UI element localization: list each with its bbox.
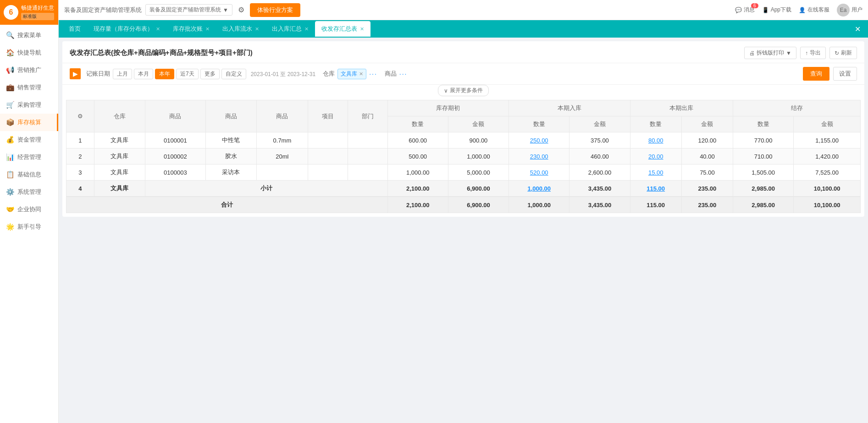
sidebar-item-assets[interactable]: 💰资金管理 [0, 131, 58, 148]
cell-out-qty[interactable]: 20.00 [630, 148, 681, 165]
search-icon: 🔍 [6, 31, 15, 39]
cell-in-qty[interactable]: 520.00 [509, 165, 569, 181]
cell-open-amt: 1,000.00 [448, 148, 509, 165]
online-service-item[interactable]: 👤 在线客服 [799, 6, 829, 14]
cell-out-qty[interactable]: 15.00 [630, 165, 681, 181]
main-area: 装备及固定资产辅助管理系统 装备及固定资产辅助管理系统 ▼ ⚙ 体验行业方案 💬… [59, 0, 868, 423]
sidebar-item-label-basic-info: 基础信息 [17, 170, 41, 179]
gear-icon[interactable]: ⚙ [236, 4, 246, 16]
app-download-item[interactable]: 📱 App下载 [762, 6, 791, 14]
page-actions: 🖨 拆钱版打印 ▼ ↑ 导出 ↻ 刷新 [744, 47, 857, 59]
message-icon-group[interactable]: 💬 消息 6 [735, 6, 755, 14]
total-in-qty: 1,000.00 [509, 197, 569, 213]
online-service-label: 在线客服 [807, 6, 829, 14]
date-range: 2023-01-01 至 2023-12-31 [251, 71, 315, 78]
th-outbound: 本期出库 [630, 100, 733, 116]
sidebar-item-operations[interactable]: 📊经营管理 [0, 148, 58, 166]
sidebar-item-label-purchase: 采购管理 [17, 101, 41, 109]
total-open-amt: 6,900.00 [448, 197, 509, 213]
subtotal-in-qty[interactable]: 1,000.00 [509, 181, 569, 197]
expand-more-button[interactable]: ∨ 展开更多条件 [438, 85, 489, 96]
subtotal-out-qty[interactable]: 115.00 [630, 181, 681, 197]
total-close-qty: 2,985.00 [733, 197, 794, 213]
date-btn-last-month[interactable]: 上月 [113, 69, 132, 79]
filter-right: 查询 设置 [803, 67, 857, 81]
tab-inout-summary[interactable]: 出入库汇总 ✕ [265, 21, 315, 37]
total-open-qty: 2,100.00 [387, 197, 448, 213]
sidebar-item-label-collab: 企业协同 [17, 205, 41, 214]
cell-code: 0100003 [145, 165, 205, 181]
sidebar-item-purchase[interactable]: 🛒采购管理 [0, 96, 58, 114]
basic-info-icon: 📋 [6, 170, 15, 179]
sidebar-item-search[interactable]: 🔍搜索菜单 [0, 27, 58, 44]
tab-inout-flow[interactable]: 出入库流水 ✕ [216, 21, 265, 37]
sidebar-item-quick-nav[interactable]: 🏠快捷导航 [0, 44, 58, 61]
sidebar-menu: 🔍搜索菜单🏠快捷导航📢营销推广💼销售管理🛒采购管理📦库存核算💰资金管理📊经营管理… [0, 25, 58, 423]
close-all-tabs-icon[interactable]: ✕ [851, 23, 864, 35]
query-button[interactable]: 查询 [803, 67, 829, 81]
sidebar-item-sales[interactable]: 💼销售管理 [0, 79, 58, 96]
tab-recv-send[interactable]: 收发存汇总表 ✕ [315, 21, 370, 37]
sales-icon: 💼 [6, 83, 15, 92]
th-out-qty: 数量 [630, 116, 681, 132]
cell-project [308, 148, 348, 165]
export-button[interactable]: ↑ 导出 [800, 47, 826, 59]
filter-more-row: ∨ 展开更多条件 [62, 85, 864, 100]
system-dropdown[interactable]: 装备及固定资产辅助管理系统 ▼ [145, 4, 232, 16]
print-button[interactable]: 🖨 拆钱版打印 ▼ [744, 47, 796, 59]
sidebar-item-label-operations: 经营管理 [17, 153, 41, 161]
subtotal-close-qty: 2,985.00 [733, 181, 794, 197]
settings-button[interactable]: 设置 [833, 67, 857, 81]
tab-close-inout-summary[interactable]: ✕ [304, 26, 309, 32]
sidebar-item-guide[interactable]: 🌟新手引导 [0, 218, 58, 236]
table-row: 2 文具库 0100002 胶水 20ml 500.00 1,000.00 23… [66, 148, 861, 165]
tab-close-inout-flow[interactable]: ✕ [255, 26, 259, 32]
tab-batch[interactable]: 库存批次账 ✕ [166, 21, 216, 37]
tab-inventory-dist[interactable]: 现存量（库存分布表） ✕ [87, 21, 166, 37]
tab-home[interactable]: 首页 [62, 21, 87, 37]
goods-filter-dots[interactable]: ··· [399, 70, 408, 77]
page-title: 收发存汇总表(按仓库+商品编码+商品+规格型号+项目+部门) [70, 49, 253, 57]
topbar: 装备及固定资产辅助管理系统 装备及固定资产辅助管理系统 ▼ ⚙ 体验行业方案 💬… [59, 0, 868, 20]
date-btn-7days[interactable]: 近7天 [176, 69, 199, 79]
marketing-icon: 📢 [6, 66, 15, 74]
user-item[interactable]: Ea 用户 [837, 4, 862, 16]
warehouse-filter-dots[interactable]: ··· [369, 70, 377, 77]
sidebar-item-label-marketing: 营销推广 [17, 66, 41, 74]
warehouse-tag[interactable]: 文具库 ✕ [337, 69, 366, 79]
refresh-button[interactable]: ↻ 刷新 [829, 47, 857, 59]
tab-close-recv-send[interactable]: ✕ [360, 26, 364, 32]
page-header: 收发存汇总表(按仓库+商品编码+商品+规格型号+项目+部门) 🖨 拆钱版打印 ▼… [62, 41, 864, 63]
warehouse-tag-close[interactable]: ✕ [359, 71, 363, 77]
date-btn-this-year[interactable]: 本年 [155, 69, 174, 79]
sidebar-item-system[interactable]: ⚙️系统管理 [0, 183, 58, 201]
cell-in-amt: 375.00 [569, 132, 630, 148]
filter-toggle-button[interactable]: ▶ [70, 68, 81, 79]
cell-in-qty[interactable]: 230.00 [509, 148, 569, 165]
cell-warehouse: 文具库 [94, 132, 145, 148]
date-btn-this-month[interactable]: 本月 [134, 69, 153, 79]
cell-in-qty[interactable]: 250.00 [509, 132, 569, 148]
sidebar-item-label-guide: 新手引导 [17, 223, 41, 231]
sidebar-item-basic-info[interactable]: 📋基础信息 [0, 166, 58, 183]
cell-out-amt: 75.00 [681, 165, 733, 181]
th-open-qty: 数量 [387, 116, 448, 132]
date-btn-more[interactable]: 更多 [200, 69, 220, 79]
avatar: Ea [837, 4, 850, 16]
exp-industry-button[interactable]: 体验行业方案 [250, 3, 300, 17]
th-gear[interactable]: ⚙ [66, 100, 94, 132]
topbar-right: 💬 消息 6 📱 App下载 👤 在线客服 Ea 用户 [735, 4, 862, 16]
cell-out-qty[interactable]: 80.00 [630, 132, 681, 148]
tab-close-batch[interactable]: ✕ [205, 26, 210, 32]
cell-warehouse: 文具库 [94, 148, 145, 165]
total-close-amt: 10,100.00 [794, 197, 861, 213]
goods-label: 商品 [385, 70, 397, 78]
sidebar-item-collab[interactable]: 🤝企业协同 [0, 201, 58, 218]
cell-in-amt: 2,600.00 [569, 165, 630, 181]
date-btn-custom[interactable]: 自定义 [221, 69, 246, 79]
th-inbound: 本期入库 [509, 100, 630, 116]
subtotal-close-amt: 10,100.00 [794, 181, 861, 197]
sidebar-item-marketing[interactable]: 📢营销推广 [0, 61, 58, 79]
sidebar-item-inventory[interactable]: 📦库存核算 [0, 114, 58, 131]
tab-close-inventory-dist[interactable]: ✕ [156, 26, 160, 32]
